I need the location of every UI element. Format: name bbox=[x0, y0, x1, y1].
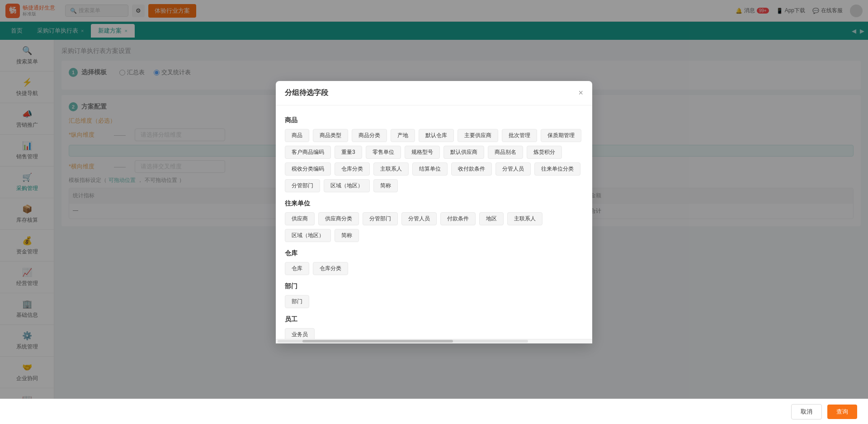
page-footer: 取消 查询 bbox=[0, 399, 868, 424]
chip-default-supplier[interactable]: 默认供应商 bbox=[443, 146, 484, 159]
section-title-partner: 往来单位 bbox=[285, 200, 583, 208]
chip-salesman[interactable]: 业务员 bbox=[285, 328, 315, 339]
field-chips-employee: 业务员 bbox=[285, 328, 583, 339]
chip-abbr2[interactable]: 简称 bbox=[335, 229, 359, 242]
chip-supervisor[interactable]: 分管人员 bbox=[495, 162, 531, 176]
section-title-warehouse: 仓库 bbox=[285, 249, 583, 257]
chip-default-warehouse[interactable]: 默认仓库 bbox=[419, 129, 454, 142]
chip-customer-goods-code[interactable]: 客户商品编码 bbox=[285, 146, 331, 159]
chip-goods-category[interactable]: 商品分类 bbox=[352, 129, 387, 142]
chip-dept[interactable]: 部门 bbox=[285, 295, 309, 308]
modal-title: 分组待选字段 bbox=[285, 88, 328, 98]
chip-goods-type[interactable]: 商品类型 bbox=[313, 129, 348, 142]
cancel-button[interactable]: 取消 bbox=[791, 404, 822, 419]
section-title-goods: 商品 bbox=[285, 116, 583, 124]
chip-pay-terms[interactable]: 付款条件 bbox=[440, 212, 476, 225]
chip-batch-mgmt[interactable]: 批次管理 bbox=[502, 129, 537, 142]
modal-close-btn[interactable]: × bbox=[578, 89, 583, 97]
field-chips-goods: 商品 商品类型 商品分类 产地 默认仓库 主要供应商 批次管理 保质期管理 客户… bbox=[285, 129, 583, 192]
chip-payment-terms[interactable]: 收付款条件 bbox=[451, 162, 492, 176]
confirm-button[interactable]: 查询 bbox=[827, 405, 857, 419]
chip-managed-person[interactable]: 分管人员 bbox=[401, 212, 437, 225]
field-chips-warehouse: 仓库 仓库分类 bbox=[285, 262, 583, 275]
chip-settlement-unit[interactable]: 结算单位 bbox=[412, 162, 448, 176]
chip-abbr[interactable]: 简称 bbox=[373, 179, 398, 192]
chip-region-area[interactable]: 区域（地区） bbox=[324, 179, 370, 192]
chip-retail-unit[interactable]: 零售单位 bbox=[366, 146, 401, 159]
chip-expiry-mgmt[interactable]: 保质期管理 bbox=[541, 129, 581, 142]
modal-body: 商品 商品 商品类型 商品分类 产地 默认仓库 主要供应商 批次管理 保质期管理… bbox=[276, 105, 592, 339]
chip-spec-model[interactable]: 规格型号 bbox=[405, 146, 440, 159]
chip-goods[interactable]: 商品 bbox=[285, 129, 309, 142]
chip-warehouse-cat[interactable]: 仓库分类 bbox=[313, 262, 348, 275]
chip-main-supplier[interactable]: 主要供应商 bbox=[458, 129, 498, 142]
chip-points[interactable]: 炼货积分 bbox=[527, 146, 562, 159]
field-chips-partner: 供应商 供应商分类 分管部门 分管人员 付款条件 地区 主联系人 区域（地区） … bbox=[285, 212, 583, 242]
chip-main-contact2[interactable]: 主联系人 bbox=[507, 212, 542, 225]
chip-area[interactable]: 地区 bbox=[479, 212, 504, 225]
section-title-employee: 员工 bbox=[285, 315, 583, 324]
horizontal-scrollbar[interactable] bbox=[276, 339, 592, 343]
chip-tax-code[interactable]: 税收分类编码 bbox=[285, 162, 331, 176]
field-selection-modal: 分组待选字段 × 商品 商品 商品类型 商品分类 产地 默认仓库 主要供应商 批… bbox=[276, 81, 592, 343]
chip-managed-dept[interactable]: 分管部门 bbox=[363, 212, 398, 225]
chip-partner-category[interactable]: 往来单位分类 bbox=[534, 162, 580, 176]
chip-dept-in-charge[interactable]: 分管部门 bbox=[285, 179, 320, 192]
chip-region-area2[interactable]: 区域（地区） bbox=[285, 229, 331, 242]
chip-main-contact[interactable]: 主联系人 bbox=[373, 162, 409, 176]
field-chips-dept: 部门 bbox=[285, 295, 583, 308]
chip-supplier[interactable]: 供应商 bbox=[285, 212, 315, 225]
chip-goods-alias[interactable]: 商品别名 bbox=[488, 146, 523, 159]
chip-weight3[interactable]: 重量3 bbox=[335, 146, 362, 159]
modal-overlay: 分组待选字段 × 商品 商品 商品类型 商品分类 产地 默认仓库 主要供应商 批… bbox=[0, 0, 868, 424]
chip-warehouse-category[interactable]: 仓库分类 bbox=[335, 162, 370, 176]
chip-origin[interactable]: 产地 bbox=[391, 129, 415, 142]
section-title-dept: 部门 bbox=[285, 282, 583, 291]
chip-warehouse[interactable]: 仓库 bbox=[285, 262, 309, 275]
chip-supplier-category[interactable]: 供应商分类 bbox=[318, 212, 359, 225]
modal-header: 分组待选字段 × bbox=[276, 81, 592, 105]
